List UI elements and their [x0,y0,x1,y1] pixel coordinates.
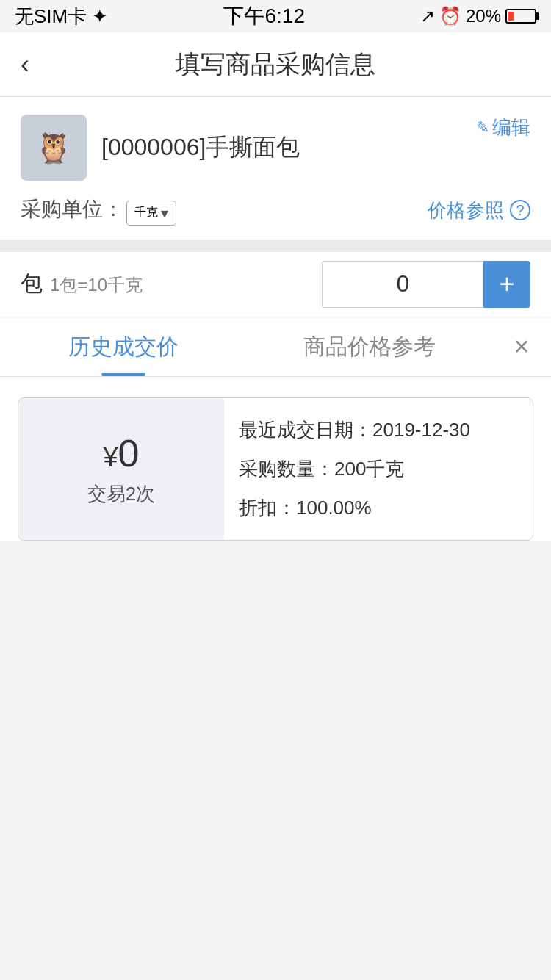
price-amount: 0 [118,432,140,475]
battery-icon [505,9,536,24]
battery-percent: 20% [466,6,501,26]
quantity-control: + [322,261,530,308]
unit-label: 采购单位： [21,198,123,220]
quantity-unit-label: 包 [21,269,43,299]
discount-row: 折扣：100.00% [239,494,518,522]
price-ref-label: 价格参照 [428,198,504,223]
status-bar: 无SIM卡 ✦ 下午6:12 ↗ ⏰ 20% [0,0,551,32]
unit-left: 采购单位： 千克 ▾ [21,195,176,226]
direction-icon: ↗ [420,6,435,26]
product-header: 🦉 [0000006]手撕面包 ✎ 编辑 [21,115,530,181]
product-name: [0000006]手撕面包 [101,131,300,164]
trade-count: 交易2次 [87,481,155,507]
currency-symbol: ¥ [104,442,118,472]
price-card-right: 最近成交日期：2019-12-30 采购数量：200千克 折扣：100.00% [224,398,533,540]
quantity-plus-button[interactable]: + [483,261,530,308]
carrier-text: 无SIM卡 ✦ [15,4,108,29]
price-ref-button[interactable]: 价格参照 ? [428,198,530,223]
quantity-value: 200千克 [334,458,404,480]
quantity-row-detail: 采购数量：200千克 [239,455,518,483]
discount-label: 折扣： [239,497,296,519]
status-icons: ↗ ⏰ 20% [420,6,536,26]
date-label: 最近成交日期： [239,419,372,441]
date-value: 2019-12-30 [372,419,470,441]
quantity-input[interactable] [322,261,483,308]
discount-value: 100.00% [296,497,372,519]
edit-button[interactable]: ✎ 编辑 [476,115,530,140]
main-background [0,561,551,981]
product-left: 🦉 [0000006]手撕面包 [21,115,300,181]
price-card: ¥0 交易2次 最近成交日期：2019-12-30 采购数量：200千克 折扣：… [18,397,533,541]
chevron-down-icon: ▾ [161,204,168,222]
price-card-left: ¥0 交易2次 [18,398,224,540]
back-button[interactable]: ‹ [21,49,29,80]
price-display: ¥0 [104,431,140,475]
tab-history-price[interactable]: 历史成交价 [0,317,246,376]
quantity-row: 包 1包=10千克 + [0,252,551,317]
status-time: 下午6:12 [223,2,305,30]
quantity-left: 包 1包=10千克 [21,269,143,299]
tab-price-reference[interactable]: 商品价格参考 [246,317,492,376]
tabs-header: 历史成交价 商品价格参考 × [0,318,551,377]
product-logo-icon: 🦉 [35,131,72,165]
alarm-icon: ⏰ [439,6,461,26]
tab-close-button[interactable]: × [492,331,551,362]
edit-icon: ✎ [476,118,489,137]
unit-value: 千克 [134,205,158,220]
section-divider [0,240,551,252]
help-icon: ? [510,200,530,220]
product-section: 🦉 [0000006]手撕面包 ✎ 编辑 采购单位： 千克 ▾ 价格参照 ? [0,97,551,240]
page-title: 填写商品采购信息 [176,48,375,82]
quantity-conversion: 1包=10千克 [50,273,143,297]
edit-label: 编辑 [492,115,530,140]
status-carrier: 无SIM卡 ✦ [15,4,108,29]
unit-select[interactable]: 千克 ▾ [126,201,176,226]
quantity-label: 采购数量： [239,458,334,480]
product-unit-row: 采购单位： 千克 ▾ 价格参照 ? [21,195,530,226]
date-row: 最近成交日期：2019-12-30 [239,416,518,444]
nav-bar: ‹ 填写商品采购信息 [0,32,551,97]
tabs-section: 历史成交价 商品价格参考 × ¥0 交易2次 最近成交日期：2019-12-30… [0,318,551,541]
product-thumbnail: 🦉 [21,115,87,181]
